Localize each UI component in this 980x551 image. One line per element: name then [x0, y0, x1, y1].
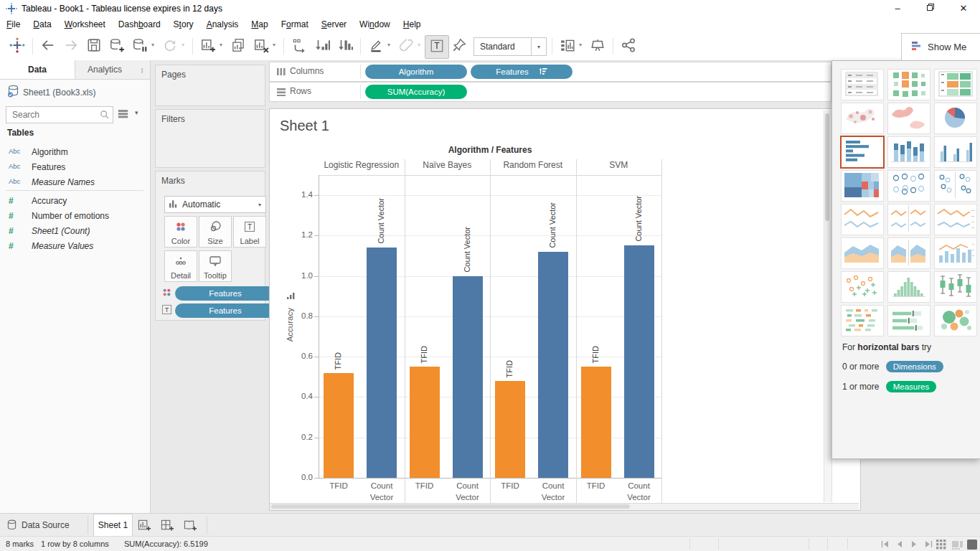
bar-tfid[interactable]	[495, 381, 525, 478]
columns-shelf[interactable]: Columns AlgorithmFeatures	[269, 62, 831, 82]
x-category-label[interactable]: TFID	[489, 480, 532, 491]
showme-stacked-bars[interactable]	[887, 136, 930, 168]
filmstrip-view-icon[interactable]	[952, 540, 963, 551]
rows-shelf[interactable]: Rows SUM(Accuracy)	[269, 82, 831, 102]
pill-sum-accuracy-[interactable]: SUM(Accuracy)	[365, 85, 467, 99]
sort-descending-button[interactable]	[334, 35, 357, 57]
bar-tfid[interactable]	[410, 367, 440, 478]
save-button[interactable]	[83, 35, 105, 57]
tableau-logo[interactable]	[6, 35, 29, 57]
datasource-name[interactable]: Sheet1 (Book3.xls)	[23, 88, 95, 98]
menu-data[interactable]: Data	[27, 17, 57, 32]
showme-area-charts-discrete[interactable]	[887, 237, 930, 269]
minimize-button[interactable]: –	[881, 0, 914, 17]
x-category-label[interactable]: Vector	[446, 491, 489, 503]
panel-header-svm[interactable]: SVM	[576, 160, 662, 170]
swap-rows-columns-button[interactable]	[288, 35, 311, 57]
highlight-button[interactable]	[364, 35, 387, 57]
menu-window[interactable]: Window	[353, 17, 397, 32]
clear-sheet-button[interactable]	[250, 35, 273, 57]
showme-pie-charts[interactable]	[934, 103, 977, 134]
showme-highlight-tables[interactable]	[934, 69, 977, 100]
new-worksheet-button[interactable]	[197, 35, 220, 57]
new-worksheet-tab-button[interactable]	[138, 519, 151, 534]
axis-sort-icon[interactable]	[287, 291, 295, 301]
menu-help[interactable]: Help	[397, 17, 428, 32]
tab-data-source[interactable]: Data Source	[22, 520, 70, 530]
panel-header-random-forest[interactable]: Random Forest	[490, 160, 576, 170]
size-button[interactable]: Size	[199, 216, 232, 248]
x-category-label[interactable]: Vector	[618, 491, 661, 503]
group-members-button-caret-icon[interactable]: ▾	[418, 42, 420, 48]
new-story-tab-button[interactable]	[184, 519, 197, 534]
close-button[interactable]: ✕	[947, 0, 980, 17]
restore-button[interactable]	[914, 0, 947, 17]
field-number-of-emotions[interactable]: #Number of emotions	[0, 209, 150, 224]
filters-shelf[interactable]: Filters	[155, 109, 265, 168]
bar-count-vector[interactable]	[453, 276, 483, 478]
new-dashboard-tab-button[interactable]	[161, 519, 174, 534]
x-category-label[interactable]: Count	[446, 480, 489, 491]
menu-dashboard[interactable]: Dashboard	[112, 17, 167, 32]
full-view-icon[interactable]	[967, 540, 977, 551]
field-measure-values[interactable]: #Measure Values	[0, 239, 150, 254]
share-workbook-button[interactable]	[617, 35, 640, 57]
x-category-label[interactable]: Count	[360, 480, 403, 491]
field-accuracy[interactable]: #Accuracy	[0, 194, 150, 209]
marks-pill-features[interactable]: Features	[175, 286, 275, 301]
duplicate-sheet-button[interactable]	[227, 35, 250, 57]
show-hide-cards-button-caret-icon[interactable]: ▾	[579, 42, 582, 48]
showme-bullet-graphs[interactable]	[887, 305, 930, 336]
first-story-point-icon[interactable]	[881, 540, 890, 550]
showme-side-by-side-circles[interactable]	[934, 170, 977, 202]
field-measure-names[interactable]: AbcMeasure Names	[0, 175, 150, 190]
showme-scatter-plots[interactable]	[841, 271, 884, 303]
marks-pill-features[interactable]: Features	[175, 303, 275, 318]
show-me-button[interactable]: Show Me	[901, 33, 980, 60]
showme-horizontal-bars[interactable]	[840, 136, 885, 169]
panel-header-logistic-regression[interactable]: Logistic Regression	[319, 160, 405, 170]
field-algorithm[interactable]: AbcAlgorithm	[0, 145, 150, 160]
menu-analysis[interactable]: Analysis	[200, 17, 245, 32]
search-input[interactable]	[11, 108, 98, 122]
x-category-label[interactable]: TFID	[403, 480, 446, 491]
bar-tfid[interactable]	[581, 367, 611, 478]
showme-lines-continuous[interactable]	[841, 204, 884, 235]
showme-heat-maps[interactable]	[887, 69, 930, 100]
showme-area-charts-continuous[interactable]	[841, 237, 884, 269]
field-features[interactable]: AbcFeatures	[0, 160, 150, 175]
fix-axes-button[interactable]	[448, 35, 471, 57]
fields-menu-caret-icon[interactable]: ▾	[135, 109, 138, 116]
sort-ascending-button[interactable]	[311, 35, 334, 57]
highlight-button-caret-icon[interactable]: ▾	[387, 42, 390, 48]
last-story-point-icon[interactable]	[924, 540, 933, 550]
showme-dual-combination[interactable]	[934, 237, 977, 269]
panel-header-na-ve-bayes[interactable]: Naïve Bayes	[405, 160, 491, 170]
detail-button[interactable]: Detail	[164, 250, 197, 282]
x-category-label[interactable]: Count	[532, 480, 575, 491]
undo-button[interactable]	[37, 35, 60, 57]
showme-histogram[interactable]	[887, 271, 930, 303]
next-icon[interactable]	[910, 540, 918, 550]
color-button[interactable]: Color	[164, 216, 197, 248]
field-sheet1-count-[interactable]: #Sheet1 (Count)	[0, 224, 150, 239]
showme-dual-lines[interactable]	[934, 204, 977, 235]
showme-treemaps[interactable]	[841, 170, 884, 202]
x-category-label[interactable]: TFID	[575, 480, 618, 491]
previous-icon[interactable]	[895, 540, 904, 550]
label-button[interactable]: TLabel	[233, 216, 266, 248]
x-category-label[interactable]: TFID	[317, 480, 360, 491]
grid-view-icon[interactable]	[936, 540, 946, 551]
run-auto-updates-button[interactable]	[159, 35, 182, 57]
add-data-source-button[interactable]	[105, 35, 128, 57]
menu-file[interactable]: File	[0, 17, 27, 32]
showme-circle-views[interactable]	[887, 170, 930, 202]
horizontal-scrollbar[interactable]	[270, 503, 859, 510]
pane-collapse-icon[interactable]: ↕	[136, 60, 148, 79]
show-hide-cards-button[interactable]	[556, 35, 579, 57]
pause-auto-updates-button[interactable]	[128, 35, 151, 57]
showme-symbol-maps[interactable]	[841, 103, 884, 134]
mark-type-selector[interactable]: Automatic ▾	[164, 196, 266, 213]
fit-selector[interactable]: Standard▾	[473, 37, 547, 56]
showme-text-tables[interactable]	[841, 69, 884, 100]
